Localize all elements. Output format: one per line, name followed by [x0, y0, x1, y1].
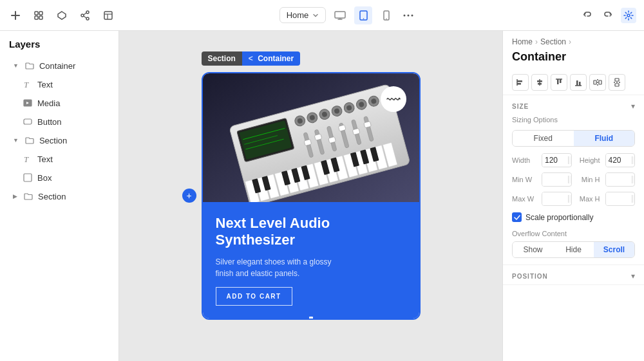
sidebar-item-text2[interactable]: T Text — [4, 150, 115, 168]
svg-rect-98 — [560, 79, 562, 83]
undo-btn[interactable] — [580, 8, 595, 23]
distribute-h-btn[interactable] — [589, 74, 606, 91]
minh-input[interactable] — [606, 173, 632, 186]
more-options-icon[interactable] — [401, 8, 416, 23]
redo-btn[interactable] — [600, 8, 616, 23]
tablet-view-btn[interactable] — [354, 6, 372, 24]
rp-size-header[interactable]: SIZE ▾ — [503, 95, 644, 115]
page-selector[interactable]: Home — [279, 7, 327, 23]
layers-title: Layers — [0, 39, 118, 56]
minw-input-wrap[interactable]: % — [542, 172, 572, 187]
mobile-view-btn[interactable] — [377, 6, 395, 24]
handle-bc[interactable] — [308, 316, 314, 320]
align-bottom-btn[interactable] — [570, 74, 587, 91]
sidebar-item-container[interactable]: ▼ Container — [4, 57, 115, 75]
maxw-input[interactable] — [542, 192, 568, 205]
sidebar-item-box[interactable]: Box — [4, 169, 115, 187]
button-icon — [22, 116, 33, 127]
overflow-scroll-btn[interactable]: Scroll — [594, 242, 634, 257]
minw-unit: % — [568, 176, 572, 183]
svg-rect-103 — [594, 80, 596, 84]
align-center-btn[interactable] — [531, 74, 548, 91]
width-input-wrap[interactable]: % — [542, 153, 572, 167]
svg-point-7 — [81, 14, 84, 17]
layout-icon[interactable] — [100, 8, 116, 23]
add-icon[interactable] — [8, 8, 23, 23]
svg-point-9 — [86, 17, 89, 20]
sidebar-item-section1[interactable]: ▼ Section — [4, 131, 115, 149]
maxh-input[interactable] — [606, 192, 632, 205]
overflow-content-label: Overflow Content — [503, 226, 644, 240]
height-input-wrap[interactable]: Px — [605, 153, 636, 167]
scale-label: Scale proportionally — [526, 213, 593, 222]
canvas-breadcrumb[interactable]: Section < Container — [202, 51, 301, 66]
scale-proportionally-row[interactable]: Scale proportionally — [503, 208, 644, 226]
canvas-content: Section < Container + — [202, 72, 421, 320]
minw-input[interactable] — [542, 173, 568, 186]
sidebar-item-section2[interactable]: ▶ Section — [4, 187, 115, 205]
sidebar-item-media[interactable]: Media — [4, 94, 115, 112]
rp-breadcrumb-home[interactable]: Home — [512, 37, 533, 46]
width-input[interactable] — [542, 154, 568, 167]
rp-breadcrumb: Home › Section › — [503, 31, 644, 50]
sidebar-item-button[interactable]: Button — [4, 113, 115, 131]
rp-breadcrumb-section[interactable]: Section — [540, 37, 566, 46]
breadcrumb-container[interactable]: < Container — [242, 51, 300, 66]
settings-btn[interactable] — [621, 8, 636, 23]
layer-label-section1: Section — [39, 136, 67, 145]
handle-bl[interactable] — [202, 316, 205, 320]
handle-br[interactable] — [417, 316, 421, 320]
distribute-v-btn[interactable] — [609, 74, 625, 91]
svg-rect-29 — [24, 119, 32, 124]
sidebar-item-text1[interactable]: T Text — [4, 75, 115, 93]
box-icon — [22, 172, 33, 183]
overflow-show-btn[interactable]: Show — [513, 242, 553, 257]
canvas-frame[interactable]: Next Level Audio Synthesizer Silver eleg… — [202, 72, 421, 320]
rp-size-chevron: ▾ — [631, 102, 635, 111]
svg-rect-92 — [517, 83, 521, 85]
sizing-fixed-btn[interactable]: Fixed — [513, 131, 574, 146]
rp-align-row — [503, 70, 644, 95]
width-label: Width — [512, 156, 536, 164]
svg-line-10 — [84, 13, 86, 15]
components-icon[interactable] — [54, 8, 70, 23]
expand-arrow-section1: ▼ — [13, 137, 19, 143]
rp-position-header[interactable]: POSITION ▾ — [503, 265, 644, 284]
canvas-add-btn[interactable]: + — [182, 189, 196, 203]
sizing-options-label: Sizing Options — [503, 115, 644, 126]
dim-width-height: Width % Height Px — [503, 151, 644, 170]
svg-rect-101 — [579, 82, 581, 86]
canvas[interactable]: Section < Container + — [119, 31, 502, 361]
card-title: Next Level Audio Synthesizer — [216, 215, 345, 249]
align-top-btn[interactable] — [551, 74, 567, 91]
svg-rect-91 — [517, 80, 522, 82]
expand-arrow-section2: ▶ — [13, 193, 17, 199]
topbar-right — [580, 8, 636, 23]
layer-label-box: Box — [37, 173, 52, 183]
desktop-view-btn[interactable] — [331, 6, 349, 24]
rp-sep-1: › — [535, 37, 538, 46]
height-input[interactable] — [606, 154, 632, 167]
align-left-btn[interactable] — [512, 74, 529, 91]
svg-rect-5 — [39, 16, 43, 19]
text-icon-1: T — [22, 79, 33, 90]
breadcrumb-section[interactable]: Section — [202, 51, 242, 66]
main-area: Layers ▼ Container T Text Media — [0, 31, 644, 361]
overflow-hide-btn[interactable]: Hide — [553, 242, 594, 257]
overflow-options: Show Hide Scroll — [512, 241, 635, 258]
topbar: Home — [0, 0, 644, 31]
share-icon[interactable] — [77, 8, 93, 23]
svg-point-24 — [412, 14, 413, 16]
pages-icon[interactable] — [31, 8, 46, 23]
svg-rect-2 — [35, 12, 38, 15]
minh-input-wrap[interactable]: Px — [605, 172, 636, 187]
maxw-input-wrap[interactable]: % — [542, 192, 572, 206]
layer-label-button: Button — [37, 117, 62, 127]
card-add-to-cart-btn[interactable]: ADD TO CART — [216, 287, 292, 306]
layer-label-text1: Text — [37, 80, 53, 89]
maxh-input-wrap[interactable]: Px — [605, 192, 636, 206]
scale-checkbox[interactable] — [512, 212, 522, 222]
layer-label-container: Container — [39, 61, 75, 71]
svg-point-21 — [386, 18, 388, 19]
sizing-fluid-btn[interactable]: Fluid — [574, 131, 635, 146]
